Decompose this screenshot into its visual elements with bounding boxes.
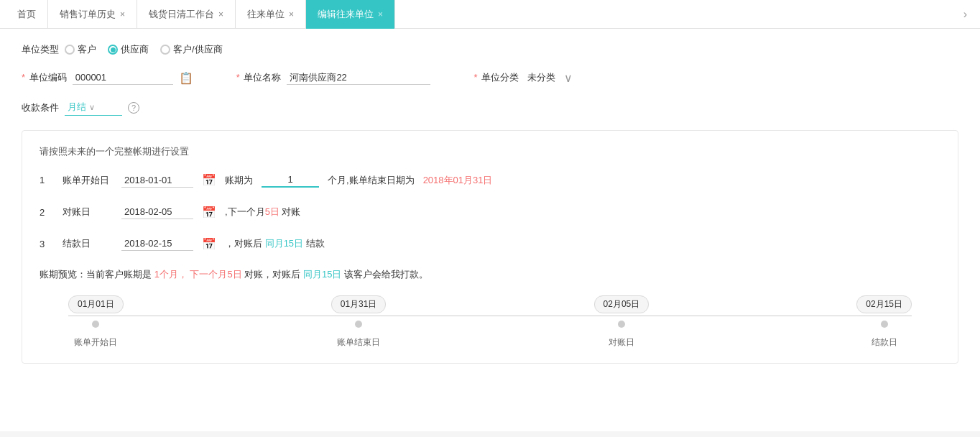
unit-code-required: * — [22, 72, 25, 83]
node-date-3: 02月15日 — [856, 295, 912, 313]
tabs-bar: 首页 销售订单历史 × 钱货日清工作台 × 往来单位 × 编辑往来单位 × › — [0, 0, 980, 29]
node-date-0: 01月01日 — [68, 295, 124, 313]
unit-code-input[interactable] — [73, 70, 173, 85]
reconcile-date-calendar-icon[interactable]: 📅 — [202, 206, 216, 219]
tab-cash-daily[interactable]: 钱货日清工作台 × — [137, 0, 236, 29]
step-2-label: 对账日 — [63, 206, 113, 218]
unit-name-label: * 单位名称 — [236, 71, 282, 84]
node-dot-3 — [881, 321, 888, 328]
radio-customer-supplier[interactable]: 客户/供应商 — [160, 43, 223, 56]
payment-terms-field: 收款条件 月结 ∨ ? — [22, 99, 139, 116]
step-1-result-date: 2018年01月31日 — [423, 174, 493, 187]
period-input[interactable] — [262, 172, 319, 188]
node-dot-2 — [618, 321, 625, 328]
preview-part3: 对账，对账后 — [244, 269, 300, 280]
node-date-2: 02月05日 — [594, 295, 650, 313]
setting-row-1: 1 账单开始日 📅 账期为 个月,账单结束日期为 2018年01月31日 — [40, 172, 940, 188]
unit-type-radio-group: 客户 供应商 客户/供应商 — [65, 43, 223, 56]
tab-partner-units-label: 往来单位 — [247, 8, 285, 21]
close-edit-partner-icon[interactable]: × — [378, 9, 383, 19]
payment-terms-arrow-icon: ∨ — [89, 103, 95, 112]
unit-code-icon[interactable]: 📋 — [179, 71, 193, 85]
close-cash-daily-icon[interactable]: × — [218, 9, 223, 19]
tab-home-label: 首页 — [17, 8, 36, 21]
step-1-label: 账单开始日 — [63, 174, 113, 187]
unit-category-value: 未分类 — [527, 71, 555, 84]
main-content: 单位类型 客户 供应商 客户/供应商 * 单位编码 — [0, 29, 980, 431]
payment-terms-label: 收款条件 — [22, 101, 59, 114]
node-desc-0: 账单开始日 — [74, 336, 117, 349]
node-desc-1: 账单结束日 — [337, 336, 380, 349]
radio-customer-supplier-label: 客户/供应商 — [173, 43, 223, 56]
unit-category-label: * 单位分类 — [473, 71, 519, 84]
radio-customer-supplier-circle — [160, 45, 170, 55]
unit-category-field: * 单位分类 未分类 ∨ — [473, 71, 573, 85]
tab-more-button[interactable]: › — [956, 8, 974, 21]
tab-cash-daily-label: 钱货日清工作台 — [149, 8, 214, 21]
unit-name-required: * — [236, 72, 240, 83]
step-1-period-label: 账期为 — [225, 174, 253, 187]
timeline-wrapper: 01月01日 账单开始日 01月31日 账单结束日 02月05日 对账日 02月… — [40, 295, 940, 349]
node-desc-3: 结款日 — [872, 336, 897, 349]
unit-type-label: 单位类型 — [22, 43, 59, 56]
step-3-label: 结款日 — [63, 237, 113, 250]
radio-customer-circle — [65, 45, 75, 55]
payment-terms-select[interactable]: 月结 ∨ — [65, 99, 122, 116]
step-3-suffix: ，对账后 同月15日 结款 — [225, 237, 325, 250]
unit-info-row: * 单位编码 📋 * 单位名称 * 单位分类 未分类 ∨ — [22, 70, 958, 85]
unit-name-input[interactable] — [287, 70, 430, 85]
node-desc-2: 对账日 — [609, 336, 634, 349]
step-2-num: 2 — [40, 207, 54, 218]
payment-terms-value: 月结 — [68, 101, 86, 114]
close-partner-units-icon[interactable]: × — [289, 9, 294, 19]
tab-home[interactable]: 首页 — [6, 0, 48, 29]
tab-edit-partner[interactable]: 编辑往来单位 × — [306, 0, 395, 29]
unit-category-required: * — [473, 72, 477, 83]
node-dot-1 — [355, 321, 362, 328]
preview-part1: 1个月， — [154, 269, 188, 280]
unit-type-row: 单位类型 客户 供应商 客户/供应商 — [22, 43, 958, 56]
preview-part4: 同月15日 — [303, 269, 341, 280]
preview-part2: 下一个月5日 — [190, 269, 241, 280]
unit-name-field: * 单位名称 — [236, 70, 431, 85]
timeline-nodes: 01月01日 账单开始日 01月31日 账单结束日 02月05日 对账日 02月… — [68, 295, 912, 349]
preview-text: 账期预览：当前客户账期是 1个月， 下一个月5日 对账，对账后 同月15日 该客… — [40, 268, 940, 281]
payment-date-input[interactable] — [121, 236, 193, 251]
timeline-node-1: 01月31日 账单结束日 — [331, 295, 387, 349]
preview-part5: 该客户会给我打款。 — [344, 269, 428, 280]
panel-description: 请按照未来的一个完整帐期进行设置 — [40, 145, 940, 158]
payment-date-calendar-icon[interactable]: 📅 — [202, 237, 216, 251]
close-sales-history-icon[interactable]: × — [120, 9, 125, 19]
node-date-1: 01月31日 — [331, 295, 387, 313]
tab-sales-history-label: 销售订单历史 — [60, 8, 116, 21]
start-date-calendar-icon[interactable]: 📅 — [202, 173, 216, 187]
radio-supplier-circle — [108, 45, 118, 55]
unit-code-field: * 单位编码 📋 — [22, 70, 193, 85]
payment-terms-help-icon[interactable]: ? — [128, 102, 139, 114]
node-dot-0 — [92, 321, 99, 328]
settings-panel: 请按照未来的一个完整帐期进行设置 1 账单开始日 📅 账期为 个月,账单结束日期… — [22, 130, 958, 364]
reconcile-date-input[interactable] — [121, 205, 193, 219]
radio-supplier[interactable]: 供应商 — [108, 43, 149, 56]
unit-type-field: 单位类型 客户 供应商 客户/供应商 — [22, 43, 223, 56]
radio-customer[interactable]: 客户 — [65, 43, 96, 56]
tab-partner-units[interactable]: 往来单位 × — [236, 0, 306, 29]
start-date-input[interactable] — [121, 173, 193, 188]
step-3-num: 3 — [40, 239, 54, 249]
timeline-node-3: 02月15日 结款日 — [856, 295, 912, 349]
radio-supplier-label: 供应商 — [121, 43, 149, 56]
timeline-node-2: 02月05日 对账日 — [594, 295, 650, 349]
tab-edit-partner-label: 编辑往来单位 — [318, 8, 374, 21]
preview-label: 账期预览：当前客户账期是 — [40, 269, 152, 280]
timeline-node-0: 01月01日 账单开始日 — [68, 295, 124, 349]
payment-terms-row: 收款条件 月结 ∨ ? — [22, 99, 958, 116]
step-2-suffix: ,下一个月5日 对账 — [225, 206, 300, 218]
setting-row-3: 3 结款日 📅 ，对账后 同月15日 结款 — [40, 236, 940, 251]
step-1-num: 1 — [40, 175, 54, 185]
unit-category-dropdown-icon[interactable]: ∨ — [564, 71, 573, 85]
setting-row-2: 2 对账日 📅 ,下一个月5日 对账 — [40, 205, 940, 219]
tab-sales-history[interactable]: 销售订单历史 × — [48, 0, 137, 29]
radio-customer-label: 客户 — [78, 43, 96, 56]
unit-code-label: * 单位编码 — [22, 71, 67, 84]
step-1-suffix: 个月,账单结束日期为 — [328, 174, 415, 187]
